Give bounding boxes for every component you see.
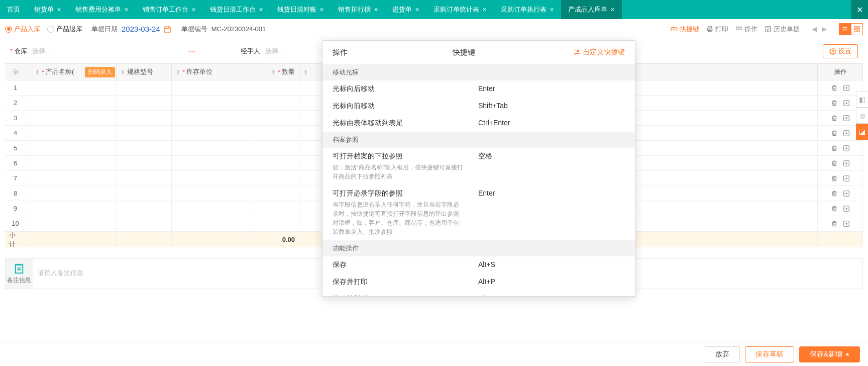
cell-unit[interactable]: [172, 201, 252, 216]
cell-product-name[interactable]: [31, 126, 117, 140]
tab-home[interactable]: 首页: [0, 0, 27, 19]
cell-blank[interactable]: [299, 186, 321, 201]
cell-product-name[interactable]: [31, 111, 117, 125]
cell-unit[interactable]: [172, 80, 252, 95]
cell-spec[interactable]: [117, 171, 172, 186]
close-icon[interactable]: ✕: [415, 7, 419, 13]
trash-icon[interactable]: [831, 160, 838, 167]
pager-next[interactable]: ▶: [820, 23, 829, 35]
ops-link[interactable]: 操作: [735, 25, 757, 34]
add-row-icon[interactable]: [843, 220, 850, 227]
add-row-icon[interactable]: [843, 175, 850, 182]
close-icon[interactable]: ✕: [259, 7, 263, 13]
col-blank[interactable]: ▲▼: [299, 64, 321, 80]
cell-product-name[interactable]: [31, 171, 117, 186]
cell-product-name[interactable]: [31, 141, 117, 155]
close-icon[interactable]: ✕: [482, 7, 487, 13]
cell-product-name[interactable]: [31, 186, 117, 201]
trash-icon[interactable]: [831, 190, 838, 197]
scan-badge[interactable]: 扫码录入: [85, 67, 115, 77]
shortcut-link[interactable]: 快捷键: [671, 25, 699, 34]
cell-product-name[interactable]: [31, 96, 117, 110]
cell-unit[interactable]: [172, 186, 252, 201]
tab-ccprkd[interactable]: 产成品入库单✕: [561, 0, 622, 19]
cell-unit[interactable]: [172, 216, 252, 231]
trash-icon[interactable]: [831, 205, 838, 212]
close-icon[interactable]: ✕: [374, 7, 378, 13]
cell-spec[interactable]: [117, 126, 172, 140]
view-list[interactable]: [839, 23, 851, 35]
popup-body[interactable]: 移动光标 光标向后移动Enter 光标向前移动Shift+Tab 光标由表体移动…: [322, 64, 635, 289]
cell-unit[interactable]: [172, 171, 252, 186]
trash-icon[interactable]: [831, 175, 838, 182]
print-link[interactable]: 打印: [706, 25, 728, 34]
close-icon[interactable]: ✕: [610, 7, 615, 13]
close-all-tabs[interactable]: ✕: [851, 0, 868, 19]
handler-select[interactable]: [264, 45, 284, 57]
cell-product-name[interactable]: [31, 156, 117, 170]
cell-product-name[interactable]: [31, 216, 117, 231]
cell-qty[interactable]: [252, 171, 299, 186]
close-icon[interactable]: ✕: [550, 7, 554, 13]
add-row-icon[interactable]: [843, 100, 850, 107]
add-row-icon[interactable]: [843, 84, 850, 92]
radio-product-out[interactable]: 产品退库: [47, 25, 82, 34]
col-spec[interactable]: ▲▼规格型号: [117, 64, 172, 80]
cell-blank[interactable]: [299, 216, 321, 231]
cell-blank[interactable]: [299, 171, 321, 186]
trash-icon[interactable]: [831, 84, 838, 92]
add-row-icon[interactable]: [843, 160, 850, 167]
cell-spec[interactable]: [117, 216, 172, 231]
cell-qty[interactable]: [252, 201, 299, 216]
cell-unit[interactable]: [172, 141, 252, 155]
add-row-icon[interactable]: [843, 190, 850, 197]
col-config[interactable]: [5, 64, 26, 80]
tab-qhrqdz[interactable]: 钱货日清对账✕: [270, 0, 331, 19]
cell-spec[interactable]: [117, 186, 172, 201]
side-tab-1[interactable]: ◧: [856, 92, 868, 108]
warehouse-select[interactable]: [31, 45, 182, 57]
trash-icon[interactable]: [831, 100, 838, 107]
col-product-name[interactable]: ▲▼*产品名称(扫码录入: [31, 64, 117, 80]
cell-spec[interactable]: [117, 201, 172, 216]
cell-blank[interactable]: [299, 156, 321, 170]
cell-qty[interactable]: [252, 186, 299, 201]
history-link[interactable]: 历史单据: [765, 25, 800, 34]
tab-xsddgzt[interactable]: 销售订单工作台✕: [136, 0, 203, 19]
warehouse-more[interactable]: ⋯: [189, 48, 195, 55]
close-icon[interactable]: ✕: [319, 7, 324, 13]
close-icon[interactable]: ✕: [191, 7, 196, 13]
custom-shortcut-link[interactable]: 自定义快捷键: [573, 48, 625, 57]
trash-icon[interactable]: [831, 130, 838, 137]
radio-product-in[interactable]: 产品入库: [5, 25, 40, 34]
cell-spec[interactable]: [117, 96, 172, 110]
tab-cgddzxb[interactable]: 采购订单执行表✕: [494, 0, 561, 19]
trash-icon[interactable]: [831, 145, 838, 152]
cell-qty[interactable]: [252, 126, 299, 140]
add-row-icon[interactable]: [843, 130, 850, 137]
cell-spec[interactable]: [117, 80, 172, 95]
cell-blank[interactable]: [299, 80, 321, 95]
side-tab-3[interactable]: ◪: [856, 124, 868, 140]
add-row-icon[interactable]: [843, 205, 850, 212]
col-qty[interactable]: ▲▼*数量: [252, 64, 299, 80]
cell-product-name[interactable]: [31, 201, 117, 216]
col-unit[interactable]: ▲▼*库存单位: [172, 64, 252, 80]
add-row-icon[interactable]: [843, 115, 850, 122]
cell-unit[interactable]: [172, 111, 252, 125]
cell-blank[interactable]: [299, 201, 321, 216]
cell-product-name[interactable]: [31, 80, 117, 95]
cell-blank[interactable]: [299, 96, 321, 110]
cell-qty[interactable]: [252, 141, 299, 155]
side-tab-2[interactable]: ◎: [856, 108, 868, 124]
cell-unit[interactable]: [172, 96, 252, 110]
settings-button[interactable]: 设置: [823, 44, 858, 58]
trash-icon[interactable]: [831, 115, 838, 122]
tab-xsfyftd[interactable]: 销售费用分摊单✕: [68, 0, 136, 19]
close-icon[interactable]: ✕: [124, 7, 129, 13]
close-icon[interactable]: ✕: [57, 7, 61, 13]
cell-blank[interactable]: [299, 141, 321, 155]
cell-qty[interactable]: [252, 111, 299, 125]
cell-spec[interactable]: [117, 141, 172, 155]
cell-qty[interactable]: [252, 80, 299, 95]
